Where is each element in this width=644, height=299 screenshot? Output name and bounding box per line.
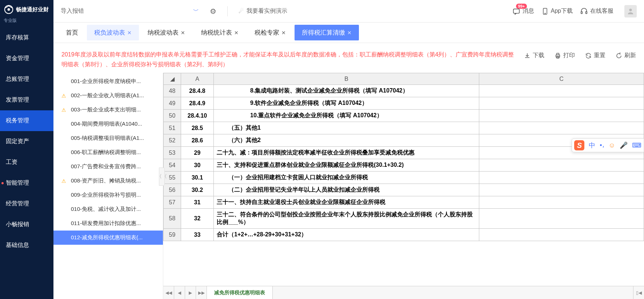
row-header[interactable]: 49 [164, 97, 181, 110]
cell[interactable]: 三十二、符合条件的公司型创投企业按照企业年末个人股东持股比例减免企业所得税（个人… [214, 209, 479, 229]
ime-toolbar[interactable]: S 中 •، ☺ 🎤 ⌨ [572, 138, 644, 152]
row-header[interactable]: 59 [164, 229, 181, 241]
demo-link[interactable]: ☄ 我要看实例演示 [239, 7, 287, 15]
row-header[interactable]: 53 [164, 147, 181, 159]
row-header[interactable]: 58 [164, 209, 181, 229]
col-header-b[interactable]: B [214, 73, 479, 85]
row-header[interactable]: 50 [164, 110, 181, 122]
cell[interactable]: （五）其他1 [214, 122, 479, 134]
reset-button[interactable]: 重置 [585, 52, 605, 59]
cell[interactable]: 合计（1+2+…+28-29+30+31+32） [214, 229, 479, 241]
cell[interactable]: 10.重点软件企业减免企业所得税（填写 A107042） [214, 110, 479, 122]
tree-item-11[interactable]: 012-减免所得税优惠明细表(... [53, 231, 163, 245]
nav-item-9[interactable]: 小畅报销 [0, 214, 53, 235]
tree-item-5[interactable]: 006-职工薪酬纳税调整明细... [53, 145, 163, 160]
nav-item-4[interactable]: 税务管理 [0, 110, 53, 131]
tab-2[interactable]: 纳税波动表✕ [140, 25, 192, 40]
cell[interactable] [479, 209, 644, 229]
cell[interactable]: （一）企业招用建档立卡贫困人口就业扣减企业所得税 [214, 172, 479, 184]
nav-item-0[interactable]: 库存核算 [0, 27, 53, 48]
cell[interactable]: 28.4.9 [181, 97, 214, 110]
customer-service-button[interactable]: 在线客服 [580, 7, 613, 15]
sheet-tab[interactable]: 减免所得税优惠明细表 [207, 286, 273, 299]
nav-item-2[interactable]: 总账管理 [0, 69, 53, 90]
nav-item-8[interactable]: 经营管理 [0, 193, 53, 214]
cell[interactable] [479, 196, 644, 209]
nav-item-7[interactable]: 智能管理 [0, 173, 53, 193]
cell[interactable]: 28.4.10 [181, 110, 214, 122]
ime-mic-icon[interactable]: 🎤 [620, 141, 628, 149]
messages-button[interactable]: 99+ 消息 [512, 7, 534, 15]
tree-item-7[interactable]: ⚠008-资产折旧、摊销及纳税... [53, 174, 163, 188]
cell[interactable]: 29 [181, 147, 214, 159]
tree-item-9[interactable]: 010-免税、减计收入及加计... [53, 202, 163, 216]
cell[interactable]: （二）企业招用登记失业半年以上人员就业扣减企业所得税 [214, 184, 479, 196]
close-icon[interactable]: ✕ [347, 30, 352, 36]
cell[interactable]: 三十、支持和促进重点群体创业就业企业限额减征企业所得税(30.1+30.2) [214, 159, 479, 172]
tab-3[interactable]: 纳税统计表✕ [194, 25, 246, 40]
spreadsheet[interactable]: ◢ A B C 4828.4.88.集成电路封装、测试企业减免企业所得税（填写 … [163, 73, 644, 241]
cell[interactable]: 9.软件企业减免企业所得税（填写 A107042） [214, 97, 479, 110]
close-icon[interactable]: ✕ [127, 30, 132, 36]
sheet-split-handle[interactable]: ▯◀ [633, 286, 644, 299]
nav-item-5[interactable]: 固定资产 [0, 131, 53, 152]
cell[interactable]: 28.6 [181, 134, 214, 147]
cell[interactable]: 三十一、扶持自主就业退役士兵创业就业企业限额减征企业所得税 [214, 196, 479, 209]
row-header[interactable]: 48 [164, 85, 181, 97]
tree-item-10[interactable]: 011-研发费用加计扣除优惠... [53, 216, 163, 231]
ime-keyboard-icon[interactable]: ⌨ [632, 141, 641, 149]
cell[interactable]: 二十九、减：项目所得额按法定税率减半征收企业所得税叠加享受减免税优惠 [214, 147, 479, 159]
ime-punct-icon[interactable]: •، [600, 141, 604, 149]
tab-4[interactable]: 税检专家✕ [247, 25, 293, 40]
col-header-a[interactable]: A [181, 73, 214, 85]
cell[interactable] [479, 172, 644, 184]
app-download-button[interactable]: App下载 [541, 7, 573, 15]
cell[interactable] [479, 159, 644, 172]
tree-item-6[interactable]: 007-广告费和业务宣传费跨... [53, 160, 163, 174]
cell[interactable]: 28.5 [181, 122, 214, 134]
cell[interactable] [479, 85, 644, 97]
sheet-nav-first[interactable]: ◀◀ [163, 286, 174, 299]
close-icon[interactable]: ✕ [281, 30, 286, 36]
tree-item-0[interactable]: 001-企业所得税年度纳税申... [53, 74, 163, 88]
cell[interactable]: 30.1 [181, 172, 214, 184]
gear-icon[interactable]: ⚙ [210, 7, 216, 16]
download-button[interactable]: 下载 [524, 52, 544, 59]
ime-emoji-icon[interactable]: ☺ [609, 142, 615, 149]
cell[interactable]: 30.2 [181, 184, 214, 196]
sheet-nav-next[interactable]: ▶ [185, 286, 196, 299]
tree-item-2[interactable]: ⚠003-一般企业成本支出明细... [53, 103, 163, 117]
row-header[interactable]: 57 [164, 196, 181, 209]
nav-item-3[interactable]: 发票管理 [0, 90, 53, 110]
cell[interactable]: 28.4.8 [181, 85, 214, 97]
chevron-down-icon[interactable]: ﹀ [193, 7, 199, 15]
row-header[interactable]: 56 [164, 184, 181, 196]
sheet-nav-last[interactable]: ▶▶ [196, 286, 207, 299]
cell[interactable] [479, 110, 644, 122]
tab-0[interactable]: 首页 [59, 25, 85, 40]
nav-item-10[interactable]: 基础信息 [0, 235, 53, 256]
refresh-button[interactable]: 刷新 [616, 52, 636, 59]
cell[interactable]: 30 [181, 159, 214, 172]
tree-item-8[interactable]: 009-企业所得税弥补亏损明... [53, 188, 163, 202]
avatar[interactable] [624, 5, 637, 17]
tree-item-4[interactable]: 005-纳税调整项目明细表(A1... [53, 131, 163, 145]
cell[interactable]: 33 [181, 229, 214, 241]
close-icon[interactable]: ✕ [234, 30, 239, 36]
cell[interactable] [479, 229, 644, 241]
nav-item-6[interactable]: 工资 [0, 152, 53, 173]
ime-lang[interactable]: 中 [589, 141, 595, 150]
row-header[interactable]: 52 [164, 134, 181, 147]
cell[interactable]: 31 [181, 196, 214, 209]
cell[interactable]: （六）其他2 [214, 134, 479, 147]
cell[interactable] [479, 97, 644, 110]
cell[interactable] [479, 184, 644, 196]
corner-cell[interactable]: ◢ [164, 73, 181, 85]
collapse-handle[interactable]: 〈〈 [159, 168, 165, 186]
import-error-dropdown[interactable]: 导入报错 [61, 7, 84, 15]
row-header[interactable]: 51 [164, 122, 181, 134]
tree-item-3[interactable]: 004-期间费用明细表(A1040... [53, 117, 163, 131]
nav-item-1[interactable]: 资金管理 [0, 48, 53, 69]
tree-item-1[interactable]: ⚠002-一般企业收入明细表(A1... [53, 88, 163, 103]
close-icon[interactable]: ✕ [181, 30, 185, 36]
